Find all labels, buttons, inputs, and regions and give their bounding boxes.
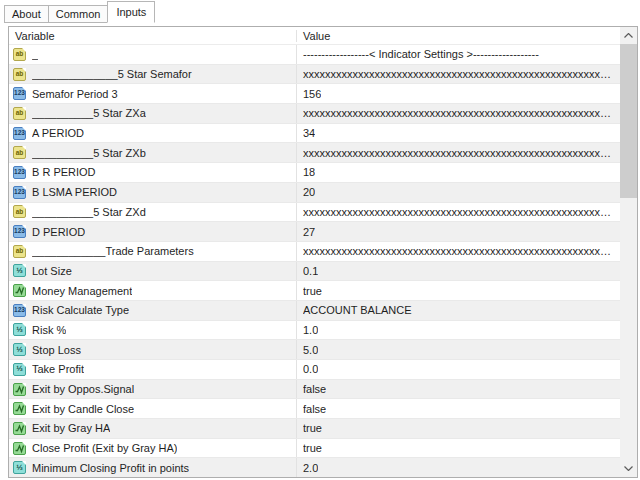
variable-cell: 123Semafor Period 3	[9, 84, 296, 103]
table-row[interactable]: ab__________5 Star ZXaxxxxxxxxxxxxxxxxxx…	[9, 104, 620, 124]
tab-inputs[interactable]: Inputs	[107, 1, 155, 23]
variable-value[interactable]: 27	[303, 226, 315, 238]
variable-value[interactable]: 156	[303, 88, 321, 100]
value-cell[interactable]: false	[296, 399, 620, 418]
variable-cell: 123A PERIOD	[9, 124, 296, 143]
double-type-icon: ½	[13, 363, 26, 376]
value-cell[interactable]: xxxxxxxxxxxxxxxxxxxxxxxxxxxxxxxxxxxxxxxx…	[296, 242, 620, 261]
vertical-scrollbar[interactable]	[620, 27, 637, 477]
variable-value[interactable]: 1.0	[303, 324, 318, 336]
table-header: Variable Value	[9, 27, 620, 45]
value-cell[interactable]: 5.0	[296, 340, 620, 359]
variable-value[interactable]: 34	[303, 127, 315, 139]
scrollbar-track[interactable]	[620, 44, 637, 460]
variable-value[interactable]: 5.0	[303, 344, 318, 356]
boolean-type-icon	[13, 284, 26, 297]
value-cell[interactable]: xxxxxxxxxxxxxxxxxxxxxxxxxxxxxxxxxxxxxxxx…	[296, 104, 620, 123]
variable-cell: ab____________Trade Parameters	[9, 242, 296, 261]
value-cell[interactable]: true	[296, 439, 620, 458]
variable-name: Exit by Candle Close	[32, 403, 134, 415]
value-cell[interactable]: xxxxxxxxxxxxxxxxxxxxxxxxxxxxxxxxxxxxxxxx…	[296, 203, 620, 222]
table-row[interactable]: 123D PERIOD27	[9, 222, 620, 242]
table-row[interactable]: 123B R PERIOD18	[9, 163, 620, 183]
variable-value[interactable]: 18	[303, 166, 315, 178]
table-row[interactable]: 123B LSMA PERIOD20	[9, 183, 620, 203]
variable-value[interactable]: false	[303, 383, 326, 395]
table-row[interactable]: ½Stop Loss5.0	[9, 340, 620, 360]
variable-value[interactable]: xxxxxxxxxxxxxxxxxxxxxxxxxxxxxxxxxxxxxxxx…	[303, 107, 616, 119]
variable-value[interactable]: true	[303, 285, 322, 297]
integer-type-icon: 123	[13, 304, 26, 317]
value-cell[interactable]: 34	[296, 124, 620, 143]
tab-common[interactable]: Common	[48, 5, 109, 23]
variable-value[interactable]: xxxxxxxxxxxxxxxxxxxxxxxxxxxxxxxxxxxxxxxx…	[303, 245, 616, 257]
double-type-icon: ½	[13, 264, 26, 277]
table-row[interactable]: 123Risk Calculate TypeACCOUNT BALANCE	[9, 301, 620, 321]
variable-cell: ab______________5 Star Semafor	[9, 65, 296, 84]
value-cell[interactable]: 1.0	[296, 321, 620, 340]
table-row[interactable]: ab__________5 Star ZXbxxxxxxxxxxxxxxxxxx…	[9, 143, 620, 163]
value-cell[interactable]: xxxxxxxxxxxxxxxxxxxxxxxxxxxxxxxxxxxxxxxx…	[296, 65, 620, 84]
variable-cell: 123Risk Calculate Type	[9, 301, 296, 320]
table-row[interactable]: Close Profit (Exit by Gray HA)true	[9, 439, 620, 459]
value-cell[interactable]: true	[296, 281, 620, 300]
table-row[interactable]: 123Semafor Period 3156	[9, 84, 620, 104]
value-cell[interactable]: ------------------< Indicator Settings >…	[296, 45, 620, 64]
variable-value[interactable]: ACCOUNT BALANCE	[303, 304, 412, 316]
table-row[interactable]: ½Lot Size0.1	[9, 262, 620, 282]
scrollbar-thumb[interactable]	[620, 44, 637, 198]
scrollbar-down-button[interactable]	[620, 460, 637, 477]
table-row[interactable]: ab__________5 Star ZXdxxxxxxxxxxxxxxxxxx…	[9, 203, 620, 223]
variable-value[interactable]: xxxxxxxxxxxxxxxxxxxxxxxxxxxxxxxxxxxxxxxx…	[303, 68, 616, 80]
value-cell[interactable]: ACCOUNT BALANCE	[296, 301, 620, 320]
value-cell[interactable]: 27	[296, 222, 620, 241]
value-cell[interactable]: false	[296, 380, 620, 399]
value-cell[interactable]: 156	[296, 84, 620, 103]
double-type-icon: ½	[13, 343, 26, 356]
variable-name: Semafor Period 3	[32, 88, 118, 100]
variable-name: B R PERIOD	[32, 166, 96, 178]
table-row[interactable]: Money Managementtrue	[9, 281, 620, 301]
variable-cell: Money Management	[9, 281, 296, 300]
variable-value[interactable]: false	[303, 403, 326, 415]
variable-value[interactable]: true	[303, 442, 322, 454]
variable-cell: 123B R PERIOD	[9, 163, 296, 182]
variable-value[interactable]: 0.1	[303, 265, 318, 277]
value-cell[interactable]: true	[296, 419, 620, 438]
variable-value[interactable]: 0.0	[303, 363, 318, 375]
table-row[interactable]: ab____________Trade Parametersxxxxxxxxxx…	[9, 242, 620, 262]
table-row[interactable]: ab_------------------< Indicator Setting…	[9, 45, 620, 65]
variable-value[interactable]: xxxxxxxxxxxxxxxxxxxxxxxxxxxxxxxxxxxxxxxx…	[303, 206, 616, 218]
table-row[interactable]: ab______________5 Star Semaforxxxxxxxxxx…	[9, 65, 620, 85]
variable-cell: ½Take Profit	[9, 360, 296, 379]
variable-value[interactable]: true	[303, 422, 322, 434]
table-row[interactable]: Exit by Gray HAtrue	[9, 419, 620, 439]
table-row[interactable]: Exit by Candle Closefalse	[9, 399, 620, 419]
value-cell[interactable]: 2.0	[296, 458, 620, 477]
tab-about[interactable]: About	[4, 5, 49, 23]
value-cell[interactable]: 18	[296, 163, 620, 182]
variable-cell: ab_	[9, 45, 296, 64]
value-cell[interactable]: 0.0	[296, 360, 620, 379]
variable-name: Risk %	[32, 324, 66, 336]
variable-value[interactable]: xxxxxxxxxxxxxxxxxxxxxxxxxxxxxxxxxxxxxxxx…	[303, 147, 616, 159]
variable-value[interactable]: 2.0	[303, 462, 318, 474]
string-type-icon: ab	[13, 146, 26, 159]
value-cell[interactable]: 20	[296, 183, 620, 202]
table-row[interactable]: Exit by Oppos.Signalfalse	[9, 380, 620, 400]
value-cell[interactable]: 0.1	[296, 262, 620, 281]
table-row[interactable]: ½Minimum Closing Profit in points2.0	[9, 458, 620, 477]
value-cell[interactable]: xxxxxxxxxxxxxxxxxxxxxxxxxxxxxxxxxxxxxxxx…	[296, 143, 620, 162]
variable-name: B LSMA PERIOD	[32, 186, 117, 198]
variable-name: Stop Loss	[32, 344, 81, 356]
table-row[interactable]: 123A PERIOD34	[9, 124, 620, 144]
table-row[interactable]: ½Risk %1.0	[9, 321, 620, 341]
variable-value[interactable]: 20	[303, 186, 315, 198]
scrollbar-up-button[interactable]	[620, 27, 637, 44]
variable-cell: ½Risk %	[9, 321, 296, 340]
string-type-icon: ab	[13, 68, 26, 81]
variable-value[interactable]: ------------------< Indicator Settings >…	[303, 48, 539, 60]
string-type-icon: ab	[13, 205, 26, 218]
table-row[interactable]: ½Take Profit0.0	[9, 360, 620, 380]
table-body: ab_------------------< Indicator Setting…	[9, 45, 620, 477]
